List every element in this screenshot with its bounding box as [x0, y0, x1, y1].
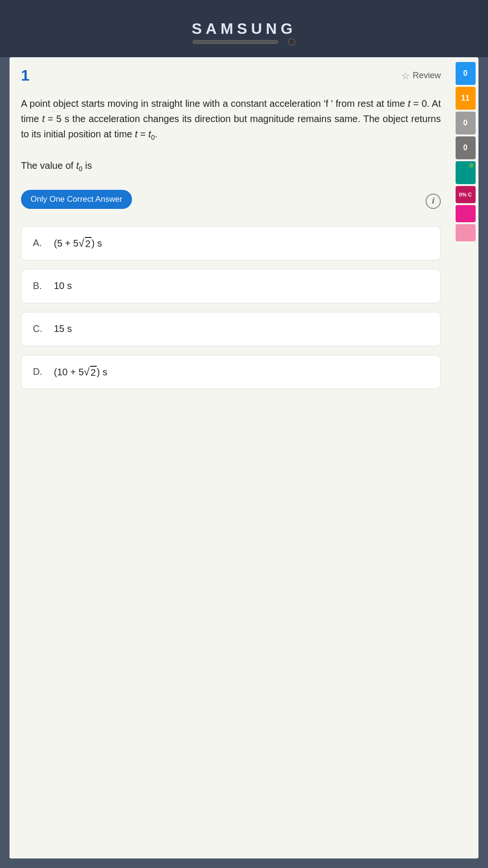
option-c-label: C.: [33, 323, 46, 334]
option-a-label: A.: [33, 238, 46, 248]
review-button[interactable]: ☆ Review: [401, 70, 441, 82]
option-c[interactable]: C. 15 s: [21, 312, 441, 346]
sidebar-badge-gray-0[interactable]: 0: [456, 112, 476, 134]
camera-dot: [288, 38, 295, 46]
option-d-label: D.: [33, 366, 46, 377]
sidebar-badge-teal[interactable]: [456, 161, 476, 184]
info-icon: i: [426, 194, 441, 209]
right-sidebar: 0 11 0 0 0% C: [452, 57, 478, 858]
option-a[interactable]: A. (5 + 5√2) s: [21, 226, 441, 260]
option-a-text: (5 + 5√2) s: [54, 237, 102, 249]
option-b[interactable]: B. 10 s: [21, 269, 441, 303]
sidebar-badge-pink-dark[interactable]: 0% C: [456, 186, 476, 203]
header-row: 1 ☆ Review: [21, 67, 441, 84]
top-bar: SAMSUNG: [0, 0, 488, 57]
camera-area: [193, 38, 295, 46]
option-d-text: (10 + 5√2) s: [54, 366, 107, 378]
question-text: A point object starts moving in straight…: [21, 96, 441, 175]
review-label: Review: [413, 71, 441, 81]
sidebar-badge-dark-0[interactable]: 0: [456, 136, 476, 159]
samsung-logo: SAMSUNG: [192, 20, 296, 38]
option-c-text: 15 s: [54, 323, 72, 334]
sidebar-badge-0[interactable]: 0: [456, 62, 476, 85]
info-row: Only One Correct Answer i: [21, 190, 441, 213]
answer-type-badge: Only One Correct Answer: [21, 190, 132, 209]
sidebar-badge-light-pink[interactable]: [456, 224, 476, 241]
teal-dot: [469, 163, 474, 168]
sidebar-badge-11[interactable]: 11: [456, 87, 476, 110]
main-content: 1 ☆ Review A point object starts moving …: [10, 57, 452, 858]
question-line1: A point object starts moving in straight…: [21, 98, 441, 139]
question-number: 1: [21, 67, 30, 84]
question-line2: The value of t0 is: [21, 160, 92, 171]
star-icon: ☆: [401, 70, 410, 82]
option-b-text: 10 s: [54, 280, 72, 291]
option-b-label: B.: [33, 280, 46, 291]
device-frame: SAMSUNG 0 11 0 0 0% C: [0, 0, 488, 868]
option-d[interactable]: D. (10 + 5√2) s: [21, 355, 441, 389]
home-button-bar: [193, 40, 278, 44]
screen: 0 11 0 0 0% C 1: [10, 57, 478, 858]
sidebar-badge-pink[interactable]: [456, 205, 476, 222]
